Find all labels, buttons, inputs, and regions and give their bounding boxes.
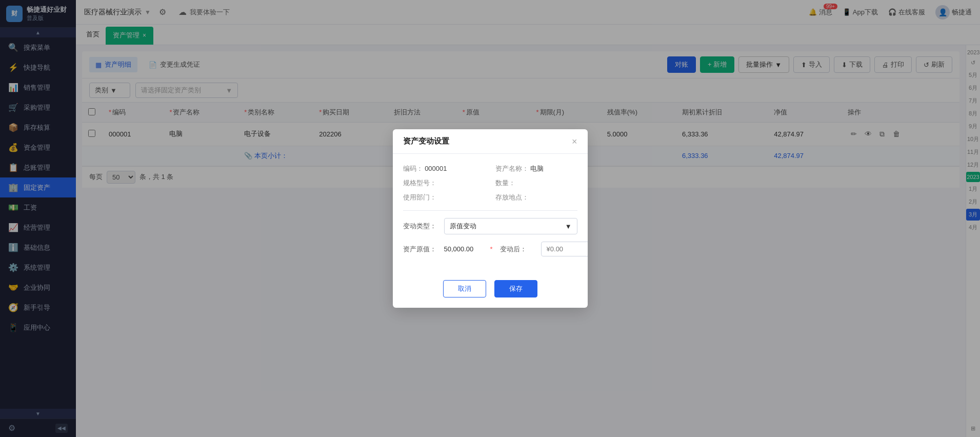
modal-spec-field: 规格型号： (403, 178, 485, 188)
modal-original-value: 50,000.00 (444, 245, 485, 253)
modal-value-row: 资产原值： 50,000.00 * 变动后： (403, 242, 577, 256)
modal-dept-label: 使用部门： (403, 193, 436, 201)
modal-after-change-label: 变动后： (500, 245, 536, 254)
modal-change-type-row: 变动类型： 原值变动 ▼ (403, 218, 577, 234)
modal-quantity-label: 数量： (495, 179, 515, 187)
change-type-chevron-icon: ▼ (565, 223, 572, 230)
modal-code-field: 编码： 000001 (403, 164, 485, 173)
modal-spec-label: 规格型号： (403, 179, 436, 187)
modal-location-field: 存放地点： (495, 193, 577, 202)
modal-code-label: 编码： (403, 165, 423, 172)
modal-body: 编码： 000001 资产名称： 电脑 规格型号： 数量： 使用部门： (393, 154, 588, 274)
modal-save-button[interactable]: 保存 (494, 280, 537, 297)
modal-change-type-label: 变动类型： (403, 222, 439, 231)
modal-change-type-select[interactable]: 原值变动 ▼ (444, 218, 577, 234)
asset-change-modal: 资产变动设置 × 编码： 000001 资产名称： 电脑 规格型号： 数 (393, 129, 588, 308)
modal-name-field: 资产名称： 电脑 (495, 164, 577, 173)
modal-title: 资产变动设置 (403, 136, 449, 146)
modal-cancel-button[interactable]: 取消 (443, 280, 486, 297)
modal-after-change-input[interactable] (541, 242, 588, 256)
modal-original-value-label: 资产原值： (403, 245, 439, 254)
modal-header: 资产变动设置 × (393, 129, 588, 154)
modal-name-value: 电脑 (530, 165, 544, 172)
modal-overlay[interactable]: 资产变动设置 × 编码： 000001 资产名称： 电脑 规格型号： 数 (0, 0, 980, 437)
modal-footer: 取消 保存 (393, 274, 588, 308)
modal-required-marker: * (490, 245, 493, 253)
modal-name-label: 资产名称： (495, 165, 529, 172)
modal-dept-field: 使用部门： (403, 193, 485, 202)
modal-code-value: 000001 (425, 165, 447, 172)
modal-location-label: 存放地点： (495, 193, 529, 201)
modal-change-type-value: 原值变动 (450, 222, 476, 231)
modal-quantity-field: 数量： (495, 178, 577, 188)
modal-info-grid: 编码： 000001 资产名称： 电脑 规格型号： 数量： 使用部门： (403, 164, 577, 202)
modal-divider (403, 210, 577, 211)
modal-close-button[interactable]: × (572, 137, 577, 146)
